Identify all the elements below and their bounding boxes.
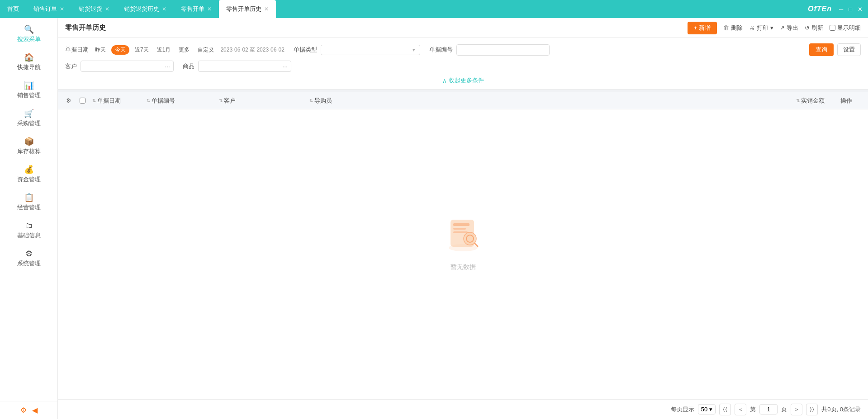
settings-bottom-icon[interactable]: ⚙ xyxy=(20,406,27,414)
th-customer[interactable]: ⇅ 客户 xyxy=(215,97,306,105)
last-page-btn[interactable]: ⟩⟩ xyxy=(806,404,818,415)
date-range-display: 2023-06-02 至 2023-06-02 xyxy=(220,46,284,54)
page-total: 共0页, 0条记录 xyxy=(821,405,861,414)
filter-goods-input[interactable] xyxy=(198,61,291,72)
refresh-icon: ↺ xyxy=(805,24,810,31)
print-arrow-icon: ▾ xyxy=(770,24,773,31)
sidebar-item-basic[interactable]: 🗂 基础信息 xyxy=(0,216,57,244)
delete-button[interactable]: 🗑 删除 xyxy=(723,24,743,32)
page-title: 零售开单历史 xyxy=(65,24,688,32)
tab-sales-return[interactable]: 销货退货 ✕ xyxy=(71,0,117,18)
refresh-button[interactable]: ↺ 刷新 xyxy=(805,24,823,32)
date-btn-7days[interactable]: 近7天 xyxy=(132,45,152,55)
delete-label: 删除 xyxy=(731,24,743,32)
svg-rect-4 xyxy=(453,231,468,233)
sidebar-item-search[interactable]: 🔍 搜索采单 xyxy=(0,20,57,48)
filter-doctype-label: 单据类型 xyxy=(294,46,317,54)
main-layout: 🔍 搜索采单 🏠 快捷导航 📊 销售管理 🛒 采购管理 📦 库存核算 💰 资金管… xyxy=(0,18,868,419)
filter-docno-label: 单据编号 xyxy=(429,46,453,54)
add-button[interactable]: + 新增 xyxy=(688,22,717,34)
th-checkbox[interactable] xyxy=(76,98,89,104)
th-no-sort-icon: ⇅ xyxy=(147,98,150,103)
filter-doctype-select[interactable]: ▾ xyxy=(321,45,420,55)
tab-sales-order-close[interactable]: ✕ xyxy=(60,6,64,12)
tab-sales-return-history[interactable]: 销货退货历史 ✕ xyxy=(117,0,174,18)
tab-sales-order[interactable]: 销售订单 ✕ xyxy=(26,0,71,18)
sidebar-item-system[interactable]: ⚙ 系统管理 xyxy=(0,244,57,272)
tab-home[interactable]: 首页 xyxy=(0,0,26,18)
th-amount[interactable]: ⇅ 实销金额 xyxy=(783,97,828,105)
collapse-filter-btn[interactable]: ∧ 收起更多条件 xyxy=(65,76,861,85)
display-detail-checkbox[interactable]: 显示明细 xyxy=(830,24,861,32)
settings-button[interactable]: 设置 xyxy=(837,43,861,56)
refresh-label: 刷新 xyxy=(811,24,823,32)
export-button[interactable]: ↗ 导出 xyxy=(780,24,798,32)
minimize-btn[interactable]: ─ xyxy=(839,6,843,13)
content-area: 零售开单历史 + 新增 🗑 删除 🖨 打印 ▾ ↗ 导出 ↺ xyxy=(58,18,868,419)
tab-retail-open-history-close[interactable]: ✕ xyxy=(264,6,269,12)
display-detail-input[interactable] xyxy=(830,25,835,31)
maximize-btn[interactable]: □ xyxy=(849,6,852,13)
th-no-label: 单据编号 xyxy=(152,97,175,105)
filter-goods-wrap: ··· xyxy=(198,61,291,72)
th-settings[interactable]: ⚙ xyxy=(62,97,76,104)
filter-date-field: 单据日期 昨天 今天 近7天 近1月 更多 自定义 2023-06-02 至 2… xyxy=(65,45,285,55)
table-area: ⚙ ⇅ 单据日期 ⇅ 单据编号 ⇅ 客户 ⇅ 导购员 xyxy=(58,92,868,399)
export-label: 导出 xyxy=(787,24,798,32)
filter-docno-input[interactable] xyxy=(456,44,550,56)
close-btn[interactable]: ✕ xyxy=(858,6,863,13)
sidebar-item-inventory-label: 库存核算 xyxy=(17,147,41,155)
date-btn-yesterday[interactable]: 昨天 xyxy=(92,45,109,55)
empty-text: 暂无数据 xyxy=(451,263,476,271)
sidebar-item-sales[interactable]: 📊 销售管理 xyxy=(0,76,57,104)
tab-sales-return-history-close[interactable]: ✕ xyxy=(162,6,166,12)
sidebar-item-operation[interactable]: 📋 经营管理 xyxy=(0,188,57,216)
th-action: 操作 xyxy=(828,97,864,105)
collapse-label: 收起更多条件 xyxy=(449,76,484,85)
query-button[interactable]: 查询 xyxy=(809,43,834,56)
next-page-btn[interactable]: ＞ xyxy=(791,404,802,415)
date-btn-1month[interactable]: 近1月 xyxy=(154,45,174,55)
tab-sales-return-label: 销货退货 xyxy=(79,5,102,13)
filter-row-2: 客户 ··· 商品 ··· xyxy=(65,61,861,72)
filter-docno-wrap xyxy=(456,44,550,56)
tab-retail-open-history[interactable]: 零售开单历史 ✕ xyxy=(219,0,276,18)
sidebar-item-quicknav[interactable]: 🏠 快捷导航 xyxy=(0,48,57,76)
filter-customer-field: 客户 ··· xyxy=(65,61,174,72)
tab-retail-open-history-label: 零售开单历史 xyxy=(226,5,261,13)
collapse-sidebar-icon[interactable]: ◀ xyxy=(32,406,38,414)
per-page-select[interactable]: 50 ▾ xyxy=(698,404,716,414)
th-date[interactable]: ⇅ 单据日期 xyxy=(89,97,143,105)
page-input[interactable] xyxy=(759,404,778,414)
th-amount-sort-icon: ⇅ xyxy=(796,98,800,103)
empty-state: 暂无数据 xyxy=(58,109,868,399)
sidebar-item-finance[interactable]: 💰 资金管理 xyxy=(0,160,57,188)
cart-icon: 🛒 xyxy=(24,109,34,118)
print-button[interactable]: 🖨 打印 ▾ xyxy=(749,24,773,32)
th-action-label: 操作 xyxy=(840,97,852,105)
select-all-checkbox[interactable] xyxy=(80,98,85,104)
sidebar: 🔍 搜索采单 🏠 快捷导航 📊 销售管理 🛒 采购管理 📦 库存核算 💰 资金管… xyxy=(0,18,58,419)
next-page-icon: ＞ xyxy=(794,405,800,414)
first-page-btn[interactable]: ⟨⟨ xyxy=(719,404,731,415)
filter-customer-label: 客户 xyxy=(65,62,77,71)
date-btn-more[interactable]: 更多 xyxy=(176,45,192,55)
th-no[interactable]: ⇅ 单据编号 xyxy=(143,97,215,105)
th-guide-label: 导购员 xyxy=(314,97,332,105)
th-guide[interactable]: ⇅ 导购员 xyxy=(306,97,360,105)
tab-sales-return-close[interactable]: ✕ xyxy=(105,6,109,12)
filter-customer-input[interactable] xyxy=(81,61,174,72)
date-btn-today[interactable]: 今天 xyxy=(111,45,129,55)
sidebar-item-inventory[interactable]: 📦 库存核算 xyxy=(0,132,57,160)
per-page-label: 每页显示 xyxy=(671,405,694,414)
sidebar-item-system-label: 系统管理 xyxy=(17,259,41,268)
sidebar-item-purchase[interactable]: 🛒 采购管理 xyxy=(0,104,57,132)
money-icon: 💰 xyxy=(24,165,34,174)
filter-goods-field: 商品 ··· xyxy=(183,61,291,72)
tab-retail-open-close[interactable]: ✕ xyxy=(207,6,212,12)
tab-retail-open[interactable]: 零售开单 ✕ xyxy=(174,0,219,18)
tab-sales-return-history-label: 销货退货历史 xyxy=(124,5,159,13)
prev-page-btn[interactable]: ＜ xyxy=(735,404,746,415)
display-detail-label: 显示明细 xyxy=(837,24,861,32)
date-btn-custom[interactable]: 自定义 xyxy=(195,45,217,55)
